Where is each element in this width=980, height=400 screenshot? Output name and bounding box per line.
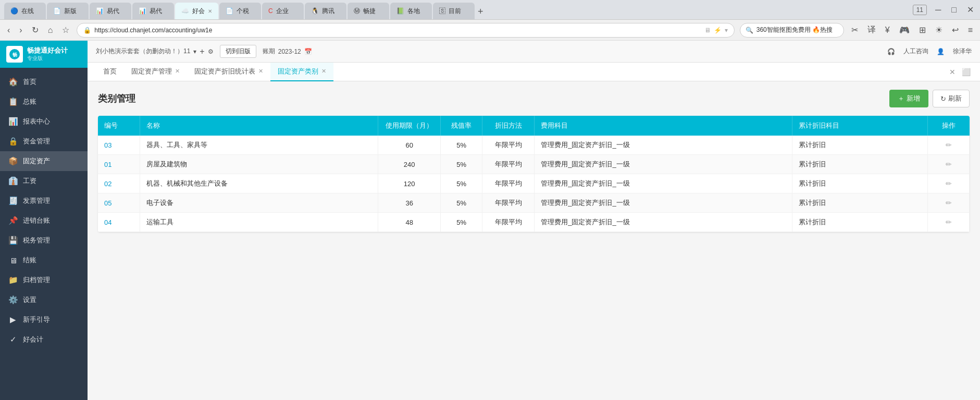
sidebar-label-salary: 工资 [23,176,36,186]
minimize-browser[interactable]: ─ [933,3,943,17]
home-button[interactable]: ⌂ [46,23,55,37]
undo-tool[interactable]: ↩ [950,23,961,37]
calendar-icon[interactable]: 📅 [304,48,312,55]
browser-tab-gesui[interactable]: 📄 个税 [219,3,261,19]
page-tab-depreciation-stats-close[interactable]: ✕ [258,68,263,75]
tab-bar-close-button[interactable]: ✕ [948,67,957,77]
menu-button[interactable]: ≡ [966,23,975,37]
grid-view[interactable]: ⊞ [917,23,928,37]
sidebar-item-tax[interactable]: 💾 税务管理 [0,231,88,250]
scissors-tool[interactable]: ✂ [849,23,860,37]
cell-expense: 管理费用_固定资产折旧_一级 [535,213,792,232]
cell-code[interactable]: 01 [98,155,140,174]
cell-code[interactable]: 02 [98,174,140,193]
cell-code[interactable]: 05 [98,193,140,213]
sidebar-item-guide[interactable]: ▶ 新手引导 [0,310,88,330]
reload-button[interactable]: ↻ [30,23,41,37]
game-tool[interactable]: 🎮 [897,23,912,37]
cell-code[interactable]: 04 [98,213,140,232]
account-dropdown-icon[interactable]: ▾ [193,48,196,55]
edit-icon[interactable]: ✏ [946,179,952,188]
page-tab-home[interactable]: 首页 [96,63,124,81]
browser-tab-qiye[interactable]: C 企业 [262,3,304,19]
cell-period: 60 [378,136,441,155]
sidebar-item-invoice[interactable]: 🧾 发票管理 [0,191,88,211]
sidebar-item-salary[interactable]: 👔 工资 [0,171,88,191]
address-dropdown-icon[interactable]: ▾ [725,27,728,34]
account-name: 刘小艳演示套套（勿删勿动！）11 [96,47,190,56]
add-button[interactable]: ＋ 新增 [889,90,928,107]
browser-tab-yidai1[interactable]: 📊 易代 [90,3,131,19]
reports-icon: 📊 [8,117,18,126]
switch-version-button[interactable]: 切到旧版 [220,45,256,58]
cell-expense: 管理费用_固定资产折旧_一级 [535,174,792,193]
edit-icon[interactable]: ✏ [946,160,952,168]
cell-name: 房屋及建筑物 [140,155,378,174]
refresh-button[interactable]: ↻ 刷新 [933,90,970,107]
browser-tab-tengxun[interactable]: 🐧 腾讯 [305,3,346,19]
cell-accum: 累计折旧 [792,136,927,155]
close-browser[interactable]: ✕ [965,3,976,17]
cell-code[interactable]: 03 [98,136,140,155]
sidebar-item-ledger[interactable]: 📋 总账 [0,92,88,112]
browser-tab-changjie[interactable]: Ⓜ 畅捷 [348,3,389,19]
sidebar-item-trade[interactable]: 📌 进销台账 [0,211,88,231]
logo-main-text: 畅捷通好会计 [27,46,68,55]
cell-name: 电子设备 [140,193,378,213]
logo-icon: 畅 [6,46,23,63]
brightness-tool[interactable]: ☀ [933,23,945,37]
page-tab-asset-category-label: 固定资产类别 [278,67,318,76]
page-tab-depreciation-stats[interactable]: 固定资产折旧统计表 ✕ [187,63,270,81]
cell-expense: 管理费用_固定资产折旧_一级 [535,155,792,174]
restore-browser[interactable]: □ [949,3,959,17]
lock-icon: 🔒 [83,27,91,34]
sidebar-item-haokuaiji[interactable]: ✓ 好会计 [0,330,88,349]
edit-icon[interactable]: ✏ [946,218,952,226]
sidebar-item-reports[interactable]: 📊 报表中心 [0,112,88,131]
user-name: 徐泽华 [953,47,972,56]
browser-tab-gedi[interactable]: 📗 各地 [390,3,432,19]
tab-count-badge[interactable]: 11 [913,5,927,15]
col-header-ratio: 残值率 [441,116,482,136]
browser-tab-yidai2[interactable]: 📊 易代 [132,3,174,19]
translate-tool[interactable]: 译 [865,22,878,38]
search-bar[interactable]: 🔍 360智能抠图免费用 🔥热搜 [740,23,844,38]
browser-tab-zaixin[interactable]: 🔵 在线 [4,3,46,19]
bookmark-button[interactable]: ☆ [60,23,71,37]
logo-text-block: 畅捷通好会计 专业版 [27,46,68,63]
forward-button[interactable]: › [17,23,24,37]
browser-chrome: 🔵 在线 📄 新版 📊 易代 📊 易代 ☁️ 好会 ✕ 📄 个税 C 企业 [0,0,980,20]
new-tab-button[interactable]: + [476,4,486,19]
sidebar-item-funds[interactable]: 🔒 资金管理 [0,131,88,151]
browser-tab-muqian[interactable]: 🇸 目前 [433,3,475,19]
sidebar-item-fixed-assets[interactable]: 📦 固定资产 [0,151,88,171]
tab-close-haohui[interactable]: ✕ [208,8,212,14]
page-tab-fixed-assets-mgmt-close[interactable]: ✕ [175,68,180,75]
sidebar-label-tax: 税务管理 [23,236,50,245]
sidebar-item-settings[interactable]: ⚙️ 设置 [0,290,88,310]
consult-label[interactable]: 人工咨询 [903,47,928,56]
back-button[interactable]: ‹ [5,23,12,37]
sidebar-item-close[interactable]: 🖥 结账 [0,250,88,270]
sidebar-label-ledger: 总账 [23,97,36,106]
edit-icon[interactable]: ✏ [946,141,952,149]
account-info: 刘小艳演示套套（勿删勿动！）11 ▾ + ⚙ [96,47,214,56]
address-bar[interactable]: 🔒 https://cloud.chanjet.com/accounting/u… [77,23,734,38]
page-tab-asset-category[interactable]: 固定资产类别 ✕ [270,63,333,81]
tab-bar-expand-button[interactable]: ⬜ [961,67,972,77]
page-tab-fixed-assets-mgmt[interactable]: 固定资产管理 ✕ [124,63,187,81]
page-tab-asset-category-close[interactable]: ✕ [321,68,326,75]
address-boost-icon: ⚡ [714,27,722,34]
guide-icon: ▶ [8,315,18,324]
browser-tab-xinban[interactable]: 📄 新版 [47,3,89,19]
sidebar-item-archive[interactable]: 📁 归档管理 [0,270,88,290]
add-account-icon[interactable]: + [200,47,204,56]
sidebar-label-reports: 报表中心 [23,117,50,126]
logo-sub-text: 专业版 [27,55,68,62]
browser-tab-haohui[interactable]: ☁️ 好会 ✕ [175,3,218,19]
sidebar-item-home[interactable]: 🏠 首页 [0,72,88,92]
account-settings-icon[interactable]: ⚙ [208,48,214,55]
currency-tool[interactable]: ¥ [883,23,892,37]
address-text: https://cloud.chanjet.com/accounting/uw1… [94,27,701,34]
edit-icon[interactable]: ✏ [946,199,952,207]
